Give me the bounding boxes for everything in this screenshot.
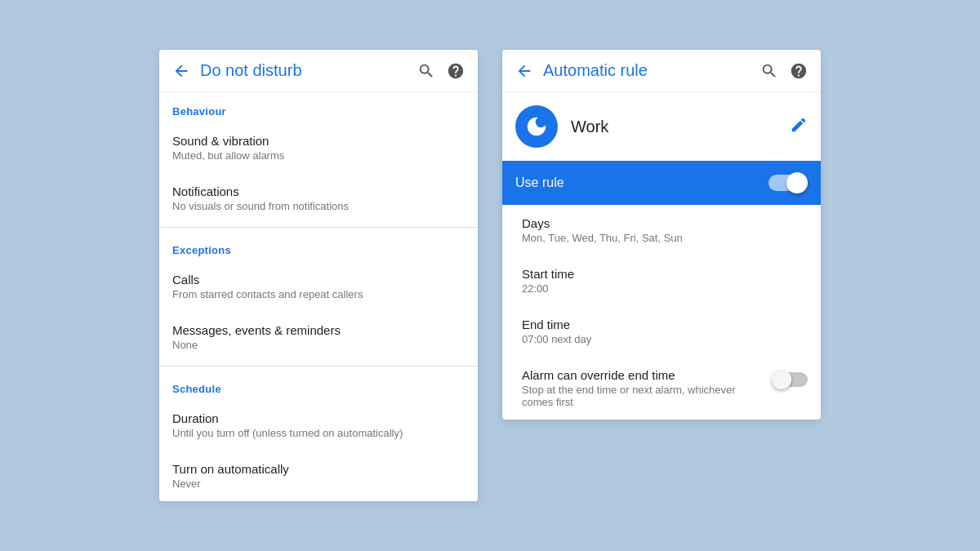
left-search-icon[interactable] — [417, 62, 435, 80]
right-header-icons — [760, 62, 808, 80]
behaviour-label: Behaviour — [159, 92, 478, 122]
left-panel-title: Do not disturb — [200, 61, 408, 80]
sound-vibration-subtitle: Muted, but allow alarms — [172, 149, 465, 162]
alarm-override-toggle[interactable] — [772, 370, 808, 389]
days-title: Days — [522, 216, 808, 230]
notifications-subtitle: No visuals or sound from notifications — [172, 200, 465, 212]
rule-icon — [515, 105, 558, 148]
use-rule-row[interactable]: Use rule — [502, 161, 821, 205]
messages-item[interactable]: Messages, events & reminders None — [159, 312, 478, 362]
behaviour-section: Behaviour Sound & vibration Muted, but a… — [159, 92, 478, 224]
right-search-icon[interactable] — [760, 62, 778, 80]
right-panel-title: Automatic rule — [543, 61, 751, 80]
turn-on-auto-subtitle: Never — [172, 478, 465, 490]
alarm-override-subtitle: Stop at the end time or next alarm, whic… — [522, 384, 764, 408]
duration-title: Duration — [172, 411, 465, 425]
exceptions-section: Exceptions Calls From starred contacts a… — [159, 231, 478, 362]
notifications-title: Notifications — [172, 184, 465, 198]
start-time-item[interactable]: Start time 22:00 — [502, 256, 821, 306]
days-item[interactable]: Days Mon, Tue, Wed, Thu, Fri, Sat, Sun — [502, 205, 821, 256]
rule-name: Work — [571, 118, 777, 136]
alarm-override-toggle-wrap — [772, 368, 808, 389]
sound-vibration-item[interactable]: Sound & vibration Muted, but allow alarm… — [159, 122, 478, 173]
days-subtitle: Mon, Tue, Wed, Thu, Fri, Sat, Sun — [522, 232, 808, 244]
start-time-title: Start time — [522, 267, 808, 281]
rule-header-row: Work — [502, 92, 821, 161]
alarm-override-toggle-thumb — [772, 370, 791, 389]
end-time-item[interactable]: End time 07:00 next day — [502, 306, 821, 357]
right-help-icon[interactable] — [790, 62, 808, 80]
schedule-section: Schedule Duration Until you turn off (un… — [159, 370, 478, 501]
right-back-button[interactable] — [515, 62, 533, 80]
notifications-item[interactable]: Notifications No visuals or sound from n… — [159, 173, 478, 224]
app-container: Do not disturb Behaviour Sound & vibrati… — [143, 33, 837, 518]
use-rule-toggle[interactable] — [768, 172, 808, 193]
divider-1 — [159, 227, 478, 228]
left-header-icons — [417, 62, 465, 80]
turn-on-auto-item[interactable]: Turn on automatically Never — [159, 451, 478, 501]
schedule-label: Schedule — [159, 370, 478, 400]
alarm-override-item[interactable]: Alarm can override end time Stop at the … — [502, 357, 821, 420]
turn-on-auto-title: Turn on automatically — [172, 462, 465, 476]
calls-item[interactable]: Calls From starred contacts and repeat c… — [159, 261, 478, 312]
exceptions-label: Exceptions — [159, 231, 478, 261]
do-not-disturb-panel: Do not disturb Behaviour Sound & vibrati… — [159, 50, 478, 501]
right-panel-header: Automatic rule — [502, 50, 821, 92]
end-time-title: End time — [522, 318, 808, 331]
use-rule-toggle-thumb — [786, 172, 808, 193]
left-back-button[interactable] — [172, 62, 190, 80]
rule-edit-icon[interactable] — [790, 116, 808, 138]
messages-title: Messages, events & reminders — [172, 323, 465, 337]
sound-vibration-title: Sound & vibration — [172, 134, 465, 148]
calls-title: Calls — [172, 273, 465, 287]
calls-subtitle: From starred contacts and repeat callers — [172, 288, 465, 300]
left-help-icon[interactable] — [447, 62, 465, 80]
divider-2 — [159, 366, 478, 367]
start-time-subtitle: 22:00 — [522, 282, 808, 295]
alarm-override-text: Alarm can override end time Stop at the … — [522, 368, 764, 408]
duration-subtitle: Until you turn off (unless turned on aut… — [172, 427, 465, 439]
alarm-override-title: Alarm can override end time — [522, 368, 764, 382]
left-panel-header: Do not disturb — [159, 50, 478, 92]
messages-subtitle: None — [172, 339, 465, 351]
automatic-rule-panel: Automatic rule — [502, 50, 821, 420]
duration-item[interactable]: Duration Until you turn off (unless turn… — [159, 400, 478, 451]
end-time-subtitle: 07:00 next day — [522, 333, 808, 345]
use-rule-label: Use rule — [515, 176, 564, 190]
